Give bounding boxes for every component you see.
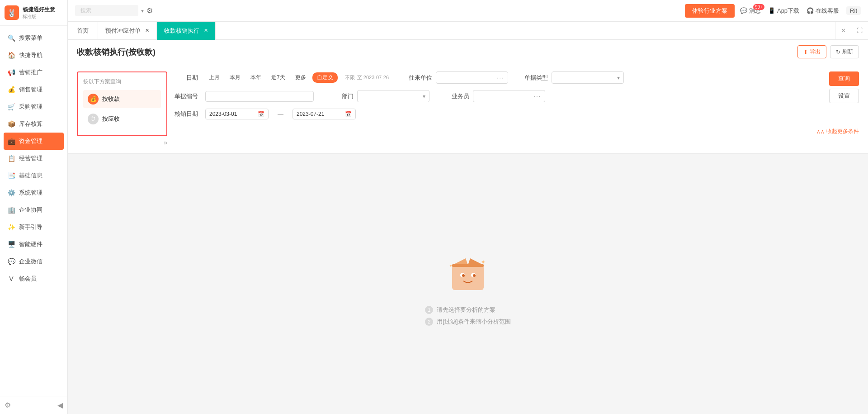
topbar-gear-icon[interactable]: ⚙ [146,6,153,15]
tab-receipt-offset[interactable]: 收款核销执行 ✕ [157,22,216,40]
verify-date-start-input[interactable]: 2023-03-01 📅 [205,109,269,119]
main-area: 搜索 ▾ ⚙ 体验行业方案 💬 消息 99+ 📱 App下载 🎧 在线客服 Ri… [68,0,868,414]
filter-option-by-receivable[interactable]: ⏱ 按应收 [83,110,161,128]
verify-date-end-input[interactable]: 2023-07-21 📅 [292,109,356,119]
filter-panel: 按以下方案查询 💰 按收款 ⏱ 按应收 [77,71,167,136]
service-icon: 🎧 [807,7,814,14]
partner-dots-icon[interactable]: ··· [497,75,504,81]
sidebar-item-inventory[interactable]: 📦 库存核算 [0,115,67,133]
sidebar-nav: 🔍 搜索菜单 🏠 快捷导航 📢 营销推广 💰 销售管理 🛒 采购管理 📦 库存核… [0,26,67,396]
finance-icon: 💼 [7,137,15,145]
tab-close-receipt[interactable]: ✕ [204,28,208,33]
guide-icon: ✨ [7,223,15,231]
doc-type-select[interactable]: ▾ [552,71,624,84]
sidebar-item-wechat[interactable]: 💬 企业微信 [0,253,67,270]
verify-date-label: 核销日期 [173,110,198,118]
tab-close-prepay[interactable]: ✕ [145,28,149,33]
tab-home[interactable]: 首页 [68,22,98,40]
more-conditions-button[interactable]: ∧∧ 收起更多条件 [816,126,859,137]
sidebar-item-guide[interactable]: ✨ 新手引导 [0,219,67,236]
sidebar-item-basic-info[interactable]: 📑 基础信息 [0,167,67,184]
app-download-button[interactable]: 📱 App下载 [768,7,799,15]
sidebar-item-sales[interactable]: 💰 销售管理 [0,81,67,98]
date-custom[interactable]: 自定义 [312,72,338,83]
refresh-button[interactable]: ↻ 刷新 [830,45,859,58]
topbar-logo-area: 搜索 ▾ ⚙ [75,5,679,16]
empty-tips: 1 请先选择要分析的方案 2 用[过滤]条件来缩小分析范围 [425,306,510,326]
member-icon: V [7,275,15,283]
collapse-sidebar-icon[interactable]: ◀ [57,401,63,409]
logo-text: 畅捷通好生意 标准版 [23,6,55,20]
refresh-icon: ↻ [836,49,840,55]
date-this-month[interactable]: 本月 [226,72,244,83]
chevron-down-icon[interactable]: ▾ [141,8,144,14]
more-conditions-area: ∧∧ 收起更多条件 [173,126,859,137]
topbar: 搜索 ▾ ⚙ 体验行业方案 💬 消息 99+ 📱 App下载 🎧 在线客服 Ri… [68,0,868,22]
user-profile[interactable]: Rit [846,6,861,15]
calendar-end-icon[interactable]: 📅 [345,111,352,117]
partner-label: 往来单位 [407,74,432,82]
staff-dots-icon[interactable]: ··· [534,93,541,100]
partner-select[interactable]: ··· [436,71,508,84]
date-last-month[interactable]: 上月 [205,72,223,83]
svg-text:✦: ✦ [449,263,453,268]
close-tab-button[interactable]: ✕ [835,22,851,40]
sidebar-item-purchase[interactable]: 🛒 采购管理 [0,98,67,115]
dept-filter: 部门 ▾ [328,90,429,102]
query-button[interactable]: 查询 [829,71,859,86]
by-receipt-icon: 💰 [88,94,99,105]
sidebar-item-operation[interactable]: 📋 经营管理 [0,150,67,167]
filter-option-by-receipt[interactable]: 💰 按收款 [83,90,161,108]
expand-tab-button[interactable]: ⛶ [851,22,868,40]
export-button[interactable]: ⬆ 导出 [797,45,826,58]
operation-icon: 📋 [7,154,15,162]
empty-state: ✦ ✦ 1 请先选择要分析的方案 2 用[过滤]条件来缩小分析范围 [68,154,868,414]
setting-button[interactable]: 设置 [829,89,859,103]
message-button[interactable]: 💬 消息 99+ [740,7,761,15]
dept-select[interactable]: ▾ [357,90,429,102]
date-label: 日期 [173,74,198,82]
tip-number-2: 2 [425,318,433,326]
filter-collapse-button[interactable]: » [79,139,167,146]
calendar-start-icon[interactable]: 📅 [258,111,264,117]
doc-no-input[interactable] [205,91,314,102]
home-icon: 🏠 [7,51,15,59]
filter-panel-title: 按以下方案查询 [83,78,161,86]
empty-tip-2: 2 用[过滤]条件来缩小分析范围 [425,318,510,326]
chevron-up-icon: ∧∧ [816,128,825,135]
sidebar-item-search[interactable]: 🔍 搜索菜单 [0,29,67,47]
online-service-button[interactable]: 🎧 在线客服 [807,7,839,15]
topbar-search[interactable]: 搜索 [75,5,138,16]
svg-text:✦: ✦ [481,258,486,266]
sidebar-item-system[interactable]: ⚙️ 系统管理 [0,184,67,201]
staff-filter: 业务员 ··· [444,90,545,102]
topbar-right: 💬 消息 99+ 📱 App下载 🎧 在线客服 Rit [740,6,861,15]
industry-solution-button[interactable]: 体验行业方案 [685,4,735,18]
sidebar-logo: 🐰 畅捷通好生意 标准版 [0,0,67,26]
settings-icon[interactable]: ⚙ [5,401,11,409]
date-this-year[interactable]: 本年 [247,72,265,83]
logo-icon: 🐰 [5,5,19,20]
message-icon: 💬 [740,7,747,14]
sidebar-item-quick-nav[interactable]: 🏠 快捷导航 [0,47,67,64]
sidebar-item-hardware[interactable]: 🖥️ 智能硬件 [0,236,67,253]
svg-point-4 [462,274,465,277]
sidebar-item-enterprise[interactable]: 🏢 企业协同 [0,201,67,219]
tab-prepay-offset[interactable]: 预付冲应付单 ✕ [98,22,157,40]
staff-select[interactable]: ··· [473,90,545,102]
message-badge: 99+ [753,4,764,10]
system-icon: ⚙️ [7,189,15,197]
search-placeholder: 搜索 [80,7,91,14]
staff-label: 业务员 [444,92,469,100]
svg-point-5 [473,274,476,277]
hardware-icon: 🖥️ [7,240,15,248]
date-more[interactable]: 更多 [292,72,310,83]
doc-type-filter: 单据类型 ▾ [523,71,624,84]
date-7days[interactable]: 近7天 [268,72,289,83]
partner-filter: 往来单位 ··· [407,71,508,84]
sidebar-item-member[interactable]: V 畅会员 [0,270,67,287]
sidebar-item-finance[interactable]: 💼 资金管理 [4,133,64,150]
filter-row-date: 日期 上月 本月 本年 近7天 更多 自定义 不 [173,71,829,84]
doc-type-chevron-icon: ▾ [617,75,620,81]
sidebar-item-marketing[interactable]: 📢 营销推广 [0,64,67,81]
